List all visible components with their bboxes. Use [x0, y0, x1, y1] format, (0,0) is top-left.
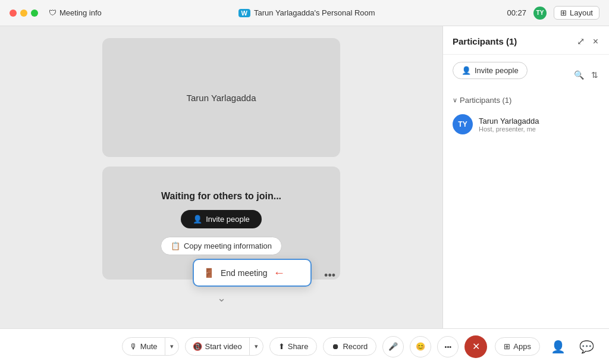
room-name: Tarun Yarlagadda's Personal Room: [254, 8, 375, 17]
start-video-dropdown: 📵 Start video ▾: [185, 337, 263, 356]
chevron-down-icon[interactable]: ⌄: [217, 291, 226, 305]
bottom-toolbar: 🎙 Mute ▾ 📵 Start video ▾ ⬆ Share ⏺ Recor…: [0, 328, 609, 364]
chat-button[interactable]: 💬: [576, 336, 597, 357]
video-area-wrapper: Tarun Yarlagadda Waiting for others to j…: [0, 26, 442, 328]
ellipsis-icon: •••: [324, 269, 335, 281]
start-video-label: Start video: [205, 342, 242, 351]
invite-people-label: Invite people: [206, 215, 250, 224]
section-chevron-icon: ∨: [453, 96, 457, 104]
call-timer: 00:27: [507, 8, 526, 17]
participant-name: Tarun Yarlagadda: [479, 117, 539, 125]
person-icon: 👤: [193, 215, 202, 224]
sort-participants-icon[interactable]: ⇅: [590, 69, 599, 81]
more-options-side[interactable]: •••: [324, 269, 335, 282]
participant-video-tile: Tarun Yarlagadda: [102, 38, 340, 157]
add-people-button[interactable]: 👤: [547, 336, 569, 357]
close-panel-icon[interactable]: ×: [592, 35, 599, 48]
end-meeting-popup: 🚪 End meeting ←: [193, 259, 312, 287]
user-initials-small: TY: [536, 10, 544, 16]
close-button[interactable]: [10, 10, 17, 17]
waiting-text: Waiting for others to join...: [161, 191, 281, 202]
copy-meeting-label: Copy meeting information: [184, 241, 272, 250]
mute-dropdown-arrow[interactable]: ▾: [165, 338, 178, 354]
video-off-icon: 📵: [193, 342, 202, 351]
end-call-icon: ✕: [472, 341, 480, 352]
meeting-info-button[interactable]: 🛡 Meeting info: [44, 7, 106, 19]
mute-button[interactable]: 🎙 Mute: [123, 338, 165, 355]
mic-device-button[interactable]: 🎤: [382, 336, 404, 357]
layout-button[interactable]: ⊞ Layout: [554, 6, 599, 20]
share-icon: ⬆: [278, 342, 285, 351]
participants-panel: Participants (1) ⤢ × 👤 Invite people 🔍: [442, 26, 609, 328]
participant-name-label: Tarun Yarlagadda: [186, 93, 256, 103]
popout-icon[interactable]: ⤢: [576, 34, 586, 48]
emoji-button[interactable]: 😊: [410, 336, 431, 357]
chevron-area: ⌄: [18, 289, 425, 307]
invite-people-panel-button[interactable]: 👤 Invite people: [453, 62, 528, 79]
participant-role: Host, presenter, me: [479, 125, 539, 133]
panel-header-icons: ⤢ ×: [576, 34, 599, 48]
grid-icon: ⊞: [560, 8, 567, 17]
person-icon-panel: 👤: [462, 66, 471, 75]
record-button[interactable]: ⏺ Record: [323, 337, 376, 356]
invite-people-panel-label: Invite people: [475, 66, 519, 75]
end-meeting-label[interactable]: End meeting: [221, 268, 268, 278]
add-person-icon: 👤: [551, 340, 566, 354]
toolbar-right: ⊞ Apps 👤 💬: [495, 336, 597, 357]
participant-initials: TY: [458, 120, 467, 128]
minimize-button[interactable]: [20, 10, 27, 17]
participant-info: Tarun Yarlagadda Host, presenter, me: [479, 117, 539, 133]
traffic-lights: [10, 10, 38, 17]
meeting-info-label: Meeting info: [59, 8, 102, 17]
red-arrow-icon: ←: [274, 266, 285, 280]
copy-icon: 📋: [171, 241, 180, 250]
mic-device-icon: 🎤: [388, 342, 398, 351]
apps-icon: ⊞: [504, 342, 510, 351]
copy-meeting-button[interactable]: 📋 Copy meeting information: [161, 237, 282, 255]
shield-icon: 🛡: [49, 8, 56, 17]
panel-header: Participants (1) ⤢ ×: [443, 26, 609, 55]
webex-logo-icon: W: [238, 9, 250, 17]
user-avatar-small: TY: [533, 7, 547, 20]
titlebar-right: 00:27 TY ⊞ Layout: [507, 6, 599, 20]
search-participants-icon[interactable]: 🔍: [573, 69, 585, 81]
ellipsis-icon: •••: [445, 343, 452, 350]
share-label: Share: [288, 342, 309, 351]
apps-button[interactable]: ⊞ Apps: [495, 337, 540, 356]
titlebar-center: W Tarun Yarlagadda's Personal Room: [238, 8, 375, 17]
mute-dropdown: 🎙 Mute ▾: [122, 337, 179, 356]
mic-icon: 🎙: [130, 342, 137, 351]
main-area: Tarun Yarlagadda Waiting for others to j…: [0, 26, 609, 328]
section-label: Participants (1): [460, 96, 511, 105]
chat-icon: 💬: [579, 340, 594, 354]
record-label: Record: [343, 342, 368, 351]
door-icon: 🚪: [203, 268, 215, 278]
maximize-button[interactable]: [31, 10, 38, 17]
more-options-button[interactable]: •••: [437, 336, 459, 357]
record-icon: ⏺: [332, 342, 340, 351]
titlebar: 🛡 Meeting info W Tarun Yarlagadda's Pers…: [0, 0, 609, 26]
participant-avatar: TY: [453, 114, 473, 134]
titlebar-left: 🛡 Meeting info: [10, 7, 106, 19]
end-call-button[interactable]: ✕: [464, 335, 487, 358]
panel-title: Participants (1): [453, 36, 517, 46]
panel-body: 👤 Invite people 🔍 ⇅ ∨ Participants (1): [443, 55, 609, 328]
start-video-button[interactable]: 📵 Start video: [186, 338, 250, 355]
participant-item: TY Tarun Yarlagadda Host, presenter, me: [453, 111, 599, 138]
invite-people-button-main[interactable]: 👤 Invite people: [181, 210, 262, 228]
participants-section-header: ∨ Participants (1): [453, 96, 599, 105]
emoji-icon: 😊: [416, 342, 425, 351]
layout-label: Layout: [570, 8, 593, 17]
video-dropdown-arrow[interactable]: ▾: [250, 338, 263, 354]
mute-label: Mute: [140, 342, 158, 351]
share-button[interactable]: ⬆ Share: [269, 337, 318, 356]
apps-label: Apps: [513, 342, 531, 351]
